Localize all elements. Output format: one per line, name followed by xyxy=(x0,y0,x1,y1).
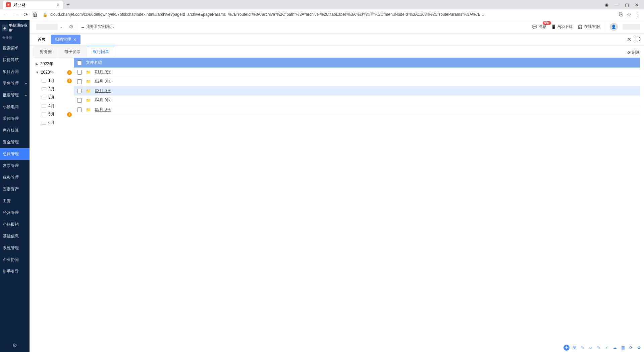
tray-item[interactable]: ✎ xyxy=(580,345,586,351)
ime-tray: 王英✎☺✎✓☁▦⟳✿ xyxy=(564,345,642,351)
url-bar[interactable]: 🔒 cloud.chanjet.com/cc/u6d89qwnryel/57bf… xyxy=(43,12,614,17)
tray-item[interactable]: ✎ xyxy=(596,345,602,351)
file-name-link[interactable]: 05月 0张 xyxy=(95,107,111,113)
sidebar-item[interactable]: 小畅报销 xyxy=(0,219,30,230)
logo-icon: ◈ xyxy=(2,25,8,31)
sidebar-item[interactable]: 资金管理 xyxy=(0,136,30,148)
sidebar-item[interactable]: 小畅电商 xyxy=(0,101,30,113)
online-service-button[interactable]: 🎧 在线客服 xyxy=(578,24,600,30)
minimize-icon[interactable]: — xyxy=(614,2,619,7)
app-download-button[interactable]: 📱 App下载 xyxy=(551,24,573,30)
table-row[interactable]: 📁01月 0张 xyxy=(74,68,640,77)
tray-item[interactable]: ▦ xyxy=(620,345,626,351)
sidebar-item[interactable]: 快捷导航 xyxy=(0,54,30,66)
tray-item[interactable]: ☁ xyxy=(612,345,618,351)
tree-month[interactable]: 3月 xyxy=(40,93,74,102)
file-name-link[interactable]: 01月 0张 xyxy=(95,69,111,75)
refresh-button[interactable]: ⟳ 刷新 xyxy=(627,50,640,57)
subtab-bank-receipt[interactable]: 银行回单 xyxy=(87,46,115,57)
tree-year-2022[interactable]: ▶ 2022年 xyxy=(34,60,74,68)
file-name-link[interactable]: 03月 0张 xyxy=(95,88,111,94)
sidebar-item[interactable]: 税务管理 xyxy=(0,172,30,183)
select-all-checkbox[interactable] xyxy=(77,60,82,65)
tab-home[interactable]: 首页 xyxy=(34,35,50,44)
phone-icon: 📱 xyxy=(551,25,556,29)
row-checkbox[interactable] xyxy=(77,107,82,112)
tray-item[interactable]: ⟳ xyxy=(628,345,634,351)
sidebar-item[interactable]: 固定资产 xyxy=(0,183,30,195)
tray-item[interactable]: ✿ xyxy=(636,345,642,351)
table-row[interactable]: 📁05月 0张 xyxy=(74,105,640,115)
tree-month[interactable]: 1月i xyxy=(40,77,74,85)
row-checkbox[interactable] xyxy=(77,89,82,93)
table-row[interactable]: 📁03月 0张 xyxy=(74,86,640,96)
folder-icon: 📁 xyxy=(86,98,91,103)
sidebar-item[interactable]: 采购管理 xyxy=(0,113,30,125)
sidebar-item[interactable]: 工资 xyxy=(0,195,30,207)
tab-archive[interactable]: 归档管理 ✕ xyxy=(51,35,80,44)
message-button[interactable]: 💬 消息 99+ xyxy=(532,24,546,30)
avatar[interactable]: 👤 xyxy=(610,23,618,31)
tray-item[interactable]: ☺ xyxy=(588,345,594,351)
chevron-down-icon: ▾ xyxy=(25,82,27,85)
message-icon: 💬 xyxy=(532,25,537,29)
org-settings-icon[interactable]: ⚙ xyxy=(69,24,73,30)
warn-badge-icon: i xyxy=(67,70,72,75)
tree-month[interactable]: 6月 xyxy=(40,119,74,127)
row-checkbox[interactable] xyxy=(77,79,82,84)
sidebar-item[interactable]: 批发管理▾ xyxy=(0,89,30,101)
browser-toolbar: ← → ⟳ 🗑 🔒 cloud.chanjet.com/cc/u6d89qwnr… xyxy=(0,9,644,20)
tree-year-2023[interactable]: ▼ 2023年 i xyxy=(34,68,74,77)
subtab-finance[interactable]: 财务账 xyxy=(34,46,58,57)
folder-icon: 📁 xyxy=(86,89,91,93)
back-icon[interactable]: ← xyxy=(3,12,9,18)
sidebar-item[interactable]: 系统管理 xyxy=(0,242,30,254)
tray-item[interactable]: 王 xyxy=(564,345,570,351)
star-icon[interactable]: ☆ xyxy=(627,11,631,18)
tray-item[interactable]: ✓ xyxy=(604,345,610,351)
close-window-icon[interactable]: ✕ xyxy=(635,2,639,7)
sidebar-item[interactable]: 基础信息 xyxy=(0,230,30,242)
row-checkbox[interactable] xyxy=(77,70,82,75)
forward-icon: → xyxy=(13,12,19,18)
folder-icon: 📁 xyxy=(86,107,91,112)
sidebar: ◈ 畅捷通好业财 专业版 搜索菜单快捷导航项目合同零售管理▾批发管理▾小畅电商采… xyxy=(0,20,30,352)
install-icon[interactable]: ⎘ xyxy=(619,11,623,18)
new-tab-button[interactable]: + xyxy=(63,2,73,8)
demo-link[interactable]: ☁ 我要看实例演示 xyxy=(80,24,114,30)
close-tab-icon[interactable]: ✕ xyxy=(73,37,76,42)
divider xyxy=(605,24,605,30)
reload-icon[interactable]: ⟳ xyxy=(23,11,28,18)
menu-icon[interactable]: ⋮ xyxy=(635,11,641,18)
sidebar-item[interactable]: 新手引导 xyxy=(0,266,30,277)
sidebar-item[interactable]: 项目合同 xyxy=(0,66,30,78)
table-row[interactable]: 📁04月 0张 xyxy=(74,96,640,105)
close-all-icon[interactable]: ✕ xyxy=(627,36,631,43)
tree-month[interactable]: 5月i xyxy=(40,110,74,119)
table-row[interactable]: 📁02月 0张 xyxy=(74,77,640,86)
sidebar-item[interactable]: 发票管理 xyxy=(0,160,30,172)
fullscreen-icon[interactable]: ⛶ xyxy=(635,36,640,43)
chevron-down-icon: ▾ xyxy=(25,93,27,97)
tree-month[interactable]: 4月 xyxy=(40,102,74,110)
tray-item[interactable]: 英 xyxy=(572,345,578,351)
sidebar-item[interactable]: 企业协同 xyxy=(0,254,30,266)
row-checkbox[interactable] xyxy=(77,98,82,103)
sidebar-item[interactable]: 经营管理 xyxy=(0,207,30,219)
file-name-link[interactable]: 04月 0张 xyxy=(95,97,111,103)
org-selector[interactable]: xxxx ⌄ xyxy=(34,23,65,31)
browser-tab[interactable]: ✦ 好业财 ✕ xyxy=(3,1,63,9)
tree-month[interactable]: 2月 xyxy=(40,85,74,93)
sidebar-item[interactable]: 总账管理 xyxy=(0,148,30,160)
trash-icon[interactable]: 🗑 xyxy=(33,12,38,18)
sidebar-item[interactable]: 搜索菜单 xyxy=(0,42,30,54)
subtab-einvoice[interactable]: 电子发票 xyxy=(58,46,87,57)
ad-block-icon[interactable]: ◉ xyxy=(605,2,608,7)
maximize-icon[interactable]: ▢ xyxy=(625,2,629,7)
file-name-link[interactable]: 02月 0张 xyxy=(95,79,111,84)
close-tab-icon[interactable]: ✕ xyxy=(56,2,60,7)
sidebar-item[interactable]: 零售管理▾ xyxy=(0,78,30,89)
sidebar-item[interactable]: 库存核算 xyxy=(0,125,30,136)
settings-gear-icon[interactable]: ⚙ xyxy=(0,339,30,352)
warn-badge-icon: i xyxy=(67,112,72,117)
